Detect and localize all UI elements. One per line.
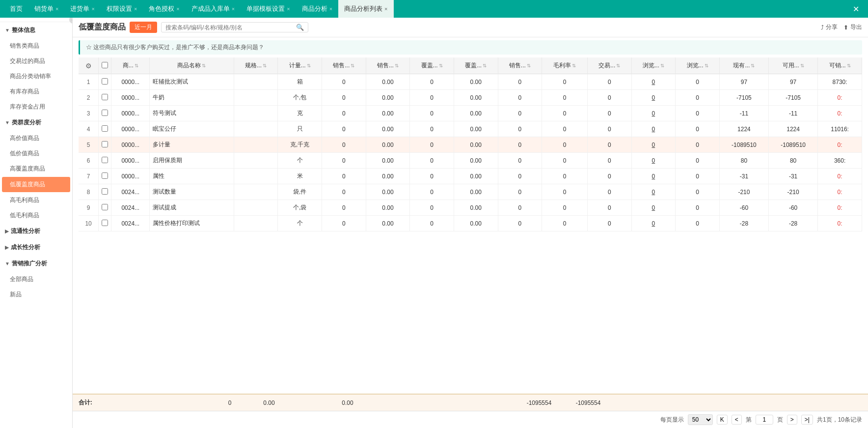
sidebar-item-category-turnover[interactable]: 商品分类动销率 <box>0 69 72 84</box>
column-name[interactable]: 商品名称⇅ <box>150 57 234 74</box>
sidebar-section-liquidity-analysis[interactable]: ▶ 流通性分析 <box>0 223 72 239</box>
column-code[interactable]: 商...⇅ <box>111 57 150 74</box>
row-coverage2: 0.00 <box>454 106 498 121</box>
nav-finished-goods[interactable]: 产成品入库单 × <box>186 0 241 18</box>
nav-product-analysis-list[interactable]: 商品分析列表 × <box>338 0 393 18</box>
column-trans[interactable]: 交易...⇅ <box>587 57 631 74</box>
nav-sales-order[interactable]: 销货单 × <box>28 0 64 18</box>
nav-purchase-order[interactable]: 进货单 × <box>64 0 100 18</box>
window-close-button[interactable]: ✕ <box>848 4 864 14</box>
last-page-button[interactable]: >| <box>801 415 813 425</box>
row-sales-qty: 0 <box>322 90 366 106</box>
close-icon[interactable]: × <box>287 6 290 12</box>
row-saleable: 0: <box>818 200 862 216</box>
close-icon[interactable]: × <box>384 6 387 12</box>
column-spec[interactable]: 规格...⇅ <box>234 57 278 74</box>
first-page-button[interactable]: K <box>717 415 728 425</box>
row-browse1[interactable]: 0 <box>631 90 676 106</box>
row-checkbox-cell <box>99 90 111 106</box>
column-browse2[interactable]: 浏览...⇅ <box>676 57 720 74</box>
sidebar-item-low-coverage-goods[interactable]: 低覆盖度商品 <box>2 177 70 192</box>
column-gross-margin[interactable]: 毛利率⇅ <box>542 57 588 74</box>
column-available-stock[interactable]: 可用...⇅ <box>769 57 818 74</box>
row-browse1[interactable]: 0 <box>631 216 676 231</box>
sidebar-item-low-margin-goods[interactable]: 低毛利商品 <box>0 208 72 223</box>
search-input[interactable] <box>165 24 296 31</box>
row-available-stock: -7105 <box>769 90 818 106</box>
row-browse1[interactable]: 0 <box>631 200 676 216</box>
sidebar-item-inventory-capital[interactable]: 库存资金占用 <box>0 99 72 114</box>
row-browse1[interactable]: 0 <box>631 121 676 137</box>
nav-home[interactable]: 首页 <box>4 0 28 18</box>
row-trans: 0 <box>587 74 631 90</box>
close-icon[interactable]: × <box>329 6 332 12</box>
sidebar-section-growth-analysis[interactable]: ▶ 成长性分析 <box>0 239 72 256</box>
row-checkbox[interactable] <box>102 141 108 147</box>
next-page-button[interactable]: > <box>787 415 797 425</box>
sidebar-section-cluster-analysis[interactable]: ▼ 类群度分析 <box>0 114 72 131</box>
close-icon[interactable]: × <box>232 6 235 12</box>
sidebar-item-sales-goods[interactable]: 销售类商品 <box>0 38 72 54</box>
sidebar-item-low-value-goods[interactable]: 低价值商品 <box>0 146 72 161</box>
row-checkbox[interactable] <box>102 94 108 100</box>
column-sales-amt[interactable]: 销售...⇅ <box>366 57 410 74</box>
select-all-checkbox[interactable] <box>102 62 108 68</box>
sidebar-item-all-goods[interactable]: 全部商品 <box>0 272 72 287</box>
row-browse1[interactable]: 0 <box>631 184 676 200</box>
close-icon[interactable]: × <box>91 6 94 12</box>
row-coverage2: 0.00 <box>454 153 498 169</box>
sidebar-section-overview[interactable]: ▼ 整体信息 <box>0 22 72 38</box>
row-browse1[interactable]: 0 <box>631 169 676 184</box>
nav-permission-settings[interactable]: 权限设置 × <box>101 0 143 18</box>
row-trans: 0 <box>587 169 631 184</box>
row-browse1[interactable]: 0 <box>631 153 676 169</box>
row-browse1[interactable]: 0 <box>631 106 676 121</box>
column-current-stock[interactable]: 现有...⇅ <box>719 57 768 74</box>
column-saleable[interactable]: 可销...⇅ <box>818 57 862 74</box>
column-coverage2[interactable]: 覆盖...⇅ <box>454 57 498 74</box>
settings-icon[interactable]: ⚙ <box>85 62 92 70</box>
row-spec <box>234 121 278 137</box>
row-unit: 只 <box>278 121 322 137</box>
current-page-input[interactable] <box>756 415 773 425</box>
export-button[interactable]: ⬆ 导出 <box>843 23 862 31</box>
row-checkbox[interactable] <box>102 188 108 195</box>
sidebar-item-high-coverage-goods[interactable]: 高覆盖度商品 <box>0 161 72 176</box>
column-unit[interactable]: 计量...⇅ <box>278 57 322 74</box>
row-name: 测试数量 <box>150 184 234 200</box>
close-icon[interactable]: × <box>176 6 179 12</box>
row-checkbox[interactable] <box>102 157 108 163</box>
sidebar-section-marketing-analysis[interactable]: ▼ 营销推广分析 <box>0 256 72 272</box>
column-sales-qty[interactable]: 销售...⇅ <box>322 57 366 74</box>
row-checkbox[interactable] <box>102 204 108 210</box>
sidebar-item-high-value-goods[interactable]: 高价值商品 <box>0 131 72 146</box>
sidebar-item-in-stock-goods[interactable]: 有库存商品 <box>0 84 72 99</box>
nav-role-auth[interactable]: 角色授权 × <box>143 0 185 18</box>
row-checkbox[interactable] <box>102 78 108 85</box>
close-icon[interactable]: × <box>55 6 58 12</box>
sidebar-item-high-margin-goods[interactable]: 高毛利商品 <box>0 193 72 208</box>
row-checkbox[interactable] <box>102 110 108 116</box>
sidebar-item-traded-goods[interactable]: 交易过的商品 <box>0 54 72 69</box>
table-row: 2 0000... 牛奶 个,包 0 0.00 0 0.00 0 0 0 0 0… <box>79 90 862 106</box>
row-checkbox[interactable] <box>102 125 108 132</box>
column-browse1[interactable]: 浏览...⇅ <box>631 57 676 74</box>
column-coverage1[interactable]: 覆盖...⇅ <box>410 57 454 74</box>
column-sales3[interactable]: 销售...⇅ <box>498 57 542 74</box>
row-browse1[interactable]: 0 <box>631 137 676 153</box>
row-checkbox[interactable] <box>102 172 108 179</box>
row-checkbox-cell <box>99 216 111 231</box>
sidebar-item-new-goods[interactable]: 新品 <box>0 287 72 302</box>
row-browse2: 0 <box>676 106 720 121</box>
row-browse1[interactable]: 0 <box>631 74 676 90</box>
nav-product-analysis[interactable]: 商品分析 × <box>296 0 338 18</box>
row-name: 牛奶 <box>150 90 234 106</box>
nav-template-settings[interactable]: 单据模板设置 × <box>241 0 296 18</box>
per-page-select[interactable]: 50 20 100 200 <box>688 414 713 425</box>
share-button[interactable]: ⤴ 分享 <box>821 23 838 31</box>
row-browse2: 0 <box>676 184 720 200</box>
row-checkbox[interactable] <box>102 220 108 226</box>
close-icon[interactable]: × <box>134 6 137 12</box>
time-filter-button[interactable]: 近一月 <box>130 22 157 33</box>
prev-page-button[interactable]: < <box>732 415 742 425</box>
